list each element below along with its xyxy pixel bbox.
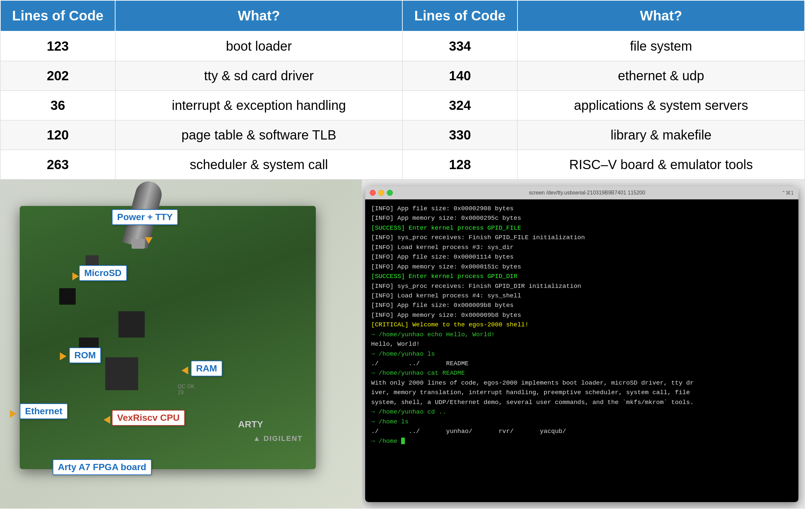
col1-header: Lines of Code [0, 0, 115, 31]
loc2-cell: 140 [402, 61, 517, 91]
label-power: Power + TTY [112, 209, 178, 225]
terminal-titlebar: screen /dev/tty.usbserial-210319B9B7401 … [365, 186, 799, 200]
label-ethernet: Ethernet [20, 403, 68, 419]
qc-label: QC OK19 [178, 384, 195, 396]
col4-header: What? [517, 0, 805, 31]
terminal-line: [INFO] sys_proc receives: Finish GPID_DI… [371, 282, 792, 291]
desc1-cell: interrupt & exception handling [115, 91, 402, 120]
terminal-line: [INFO] App file size: 0x00002908 bytes [371, 204, 792, 213]
table-row: 36 interrupt & exception handling 324 ap… [0, 91, 805, 120]
cable-end [132, 239, 145, 249]
table-row: 263 scheduler & system call 128 RISC–V b… [0, 150, 805, 179]
terminal-line: [INFO] Load kernel process #4: sys_shell [371, 291, 792, 301]
terminal-line: [SUCCESS] Enter kernel process GPID_FILE [371, 223, 792, 233]
desc1-cell: page table & software TLB [115, 120, 402, 150]
col2-header: What? [115, 0, 402, 31]
label-rom: ROM [69, 347, 101, 363]
rom-arrow [60, 353, 66, 360]
terminal-line: With only 2000 lines of code, egos-2000 … [371, 378, 792, 388]
label-vexriscv: VexRiscv CPU [112, 410, 185, 426]
terminal-line: → /home ls [371, 417, 792, 427]
terminal-line: iver, memory translation, interrupt hand… [371, 388, 792, 397]
terminal-line: [INFO] sys_proc receives: Finish GPID_FI… [371, 233, 792, 243]
terminal-line: system, shell, a UDP/Ethernet demo, seve… [371, 398, 792, 407]
terminal-line: → /home/yunhao cat README [371, 368, 792, 378]
ethernet-arrow [10, 410, 16, 418]
desc2-cell: ethernet & udp [517, 61, 805, 91]
terminal-line: → /home █ [371, 437, 792, 446]
desc2-cell: file system [517, 31, 805, 61]
microsd-arrow [72, 272, 79, 280]
desc1-cell: boot loader [115, 31, 402, 61]
power-arrow [145, 237, 153, 244]
loc1-cell: 263 [0, 150, 115, 179]
close-button[interactable] [370, 190, 376, 196]
terminal-title: screen /dev/tty.usbserial-210319B9B7401 … [396, 190, 779, 196]
terminal-line: [CRITICAL] Welcome to the egos-2000 shel… [371, 320, 792, 330]
terminal-line: Hello, World! [371, 340, 792, 349]
terminal-line: → /home/yunhao ls [371, 349, 792, 359]
terminal-window: screen /dev/tty.usbserial-210319B9B7401 … [365, 186, 799, 502]
terminal-shortcut: ⌃⌘1 [781, 190, 794, 196]
loc2-cell: 330 [402, 120, 517, 150]
desc2-cell: library & makefile [517, 120, 805, 150]
terminal-line: [INFO] App file size: 0x000009b8 bytes [371, 301, 792, 310]
terminal-line: → /home/yunhao echo Hello, World! [371, 330, 792, 340]
terminal-line: ./ ../ yunhao/ rvr/ yacqub/ [371, 427, 792, 436]
loc2-cell: 324 [402, 91, 517, 120]
arty-logo: ARTY [238, 419, 263, 430]
terminal-line: [INFO] Load kernel process #3: sys_dir [371, 243, 792, 252]
table-row: 202 tty & sd card driver 140 ethernet & … [0, 61, 805, 91]
terminal-line: [INFO] App memory size: 0x000009b8 bytes [371, 310, 792, 320]
maximize-button[interactable] [387, 190, 393, 196]
loc1-cell: 120 [0, 120, 115, 150]
loc1-cell: 123 [0, 31, 115, 61]
table-row: 123 boot loader 334 file system [0, 31, 805, 61]
col3-header: Lines of Code [402, 0, 517, 31]
loc2-cell: 128 [402, 150, 517, 179]
label-microsd: MicroSD [79, 265, 127, 281]
board-pcb: ▲ DIGILENT ARTY QC OK19 [20, 206, 316, 469]
terminal-line: [SUCCESS] Enter kernel process GPID_DIR [371, 272, 792, 281]
ram-arrow [181, 366, 188, 375]
board-area: ▲ DIGILENT ARTY QC OK19 Power + TTY Micr… [0, 179, 362, 509]
vexriscv-arrow [103, 416, 110, 424]
loc1-cell: 202 [0, 61, 115, 91]
table-row: 120 page table & software TLB 330 librar… [0, 120, 805, 150]
label-arty: Arty A7 FPGA board [53, 459, 152, 475]
terminal-line: ./ ../ README [371, 359, 792, 368]
bottom-section: ▲ DIGILENT ARTY QC OK19 Power + TTY Micr… [0, 179, 805, 509]
desc1-cell: scheduler & system call [115, 150, 402, 179]
desc2-cell: RISC–V board & emulator tools [517, 150, 805, 179]
terminal-line: [INFO] App file size: 0x00001114 bytes [371, 252, 792, 262]
terminal-line: [INFO] App memory size: 0x0000151c bytes [371, 262, 792, 272]
loc2-cell: 334 [402, 31, 517, 61]
terminal-line: → /home/yunhao cd .. [371, 407, 792, 417]
label-ram: RAM [191, 361, 223, 376]
lines-of-code-table: Lines of Code What? Lines of Code What? … [0, 0, 805, 179]
desc2-cell: applications & system servers [517, 91, 805, 120]
terminal-body: [INFO] App file size: 0x00002908 bytes[I… [365, 200, 799, 502]
terminal-line: [INFO] App memory size: 0x0000295c bytes [371, 213, 792, 223]
digilent-logo: ▲ DIGILENT [253, 434, 303, 443]
loc1-cell: 36 [0, 91, 115, 120]
desc1-cell: tty & sd card driver [115, 61, 402, 91]
minimize-button[interactable] [378, 190, 384, 196]
